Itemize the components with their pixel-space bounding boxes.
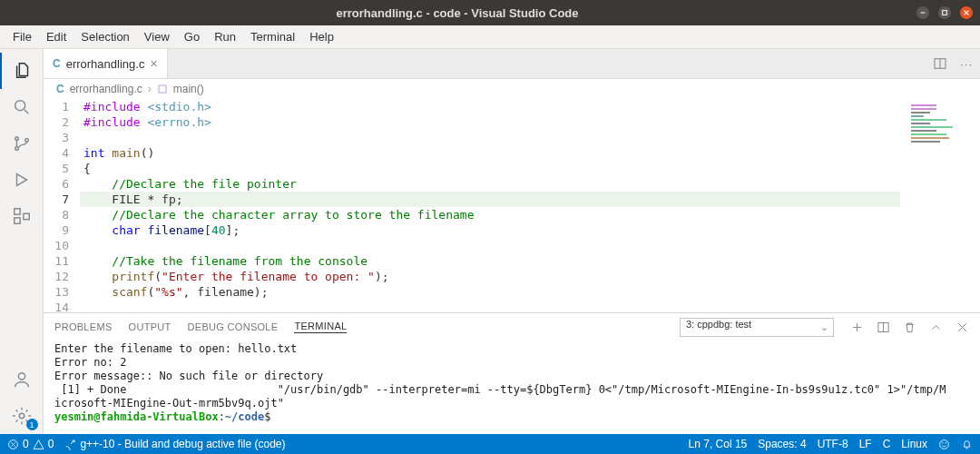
line-number-gutter[interactable]: 1234567891011121314 xyxy=(44,99,80,312)
editor-tab-bar: C errorhandling.c × ··· xyxy=(44,49,980,79)
status-feedback[interactable] xyxy=(938,439,950,450)
code-line[interactable]: //Take the filename from the console xyxy=(80,253,900,269)
code-line[interactable]: printf("Enter the filename to open: "); xyxy=(80,269,900,284)
status-language[interactable]: C xyxy=(883,438,891,450)
code-line[interactable]: { xyxy=(80,161,900,176)
settings-badge: 1 xyxy=(26,419,38,430)
line-number[interactable]: 6 xyxy=(44,176,69,192)
wrench-icon xyxy=(64,439,76,450)
terminal-line: icrosoft-MIEngine-Out-mrm5bv9q.ojt" xyxy=(54,397,969,410)
panel-tab-output[interactable]: OUTPUT xyxy=(129,321,172,332)
line-number[interactable]: 2 xyxy=(44,114,69,130)
line-number[interactable]: 14 xyxy=(44,300,69,312)
code-line[interactable] xyxy=(80,238,900,253)
files-icon xyxy=(13,61,33,81)
editor-tab-errorhandling[interactable]: C errorhandling.c × xyxy=(44,49,168,78)
status-encoding[interactable]: UTF-8 xyxy=(818,438,848,450)
more-actions-icon[interactable]: ··· xyxy=(960,57,973,71)
svg-rect-11 xyxy=(14,218,19,223)
code-line[interactable] xyxy=(80,130,900,145)
menu-help[interactable]: Help xyxy=(302,30,341,44)
svg-point-6 xyxy=(15,137,18,141)
code-line[interactable]: #include <stdio.h> xyxy=(80,99,900,114)
c-file-icon: C xyxy=(56,83,64,95)
minimap[interactable] xyxy=(900,99,980,312)
menu-terminal[interactable]: Terminal xyxy=(243,30,302,44)
line-number[interactable]: 8 xyxy=(44,207,69,222)
line-number[interactable]: 4 xyxy=(44,145,69,161)
line-number[interactable]: 7 xyxy=(44,192,69,207)
svg-point-13 xyxy=(18,373,24,380)
activity-accounts[interactable] xyxy=(0,361,44,398)
close-icon[interactable]: × xyxy=(150,56,157,71)
code-line[interactable]: int main() xyxy=(80,145,900,161)
terminal-line: [1] + Done "/usr/bin/gdb" --interpreter=… xyxy=(54,383,969,397)
code-line[interactable]: char filename[40]; xyxy=(80,222,900,238)
window-close-button[interactable] xyxy=(960,6,973,19)
terminal-line: Error message:: No such file or director… xyxy=(54,370,969,383)
activity-extensions[interactable] xyxy=(0,198,44,234)
panel: PROBLEMS OUTPUT DEBUG CONSOLE TERMINAL 3… xyxy=(44,312,980,434)
status-notifications[interactable] xyxy=(961,439,973,450)
window-titlebar: errorhandling.c - code - Visual Studio C… xyxy=(0,0,980,25)
menu-edit[interactable]: Edit xyxy=(39,30,74,44)
code-line[interactable]: //Declare the file pointer xyxy=(80,176,900,192)
status-os[interactable]: Linux xyxy=(901,438,927,450)
line-number[interactable]: 10 xyxy=(44,238,69,253)
split-terminal-icon[interactable] xyxy=(877,321,890,334)
menu-selection[interactable]: Selection xyxy=(74,30,136,44)
panel-tab-debugconsole[interactable]: DEBUG CONSOLE xyxy=(188,321,279,332)
chevron-down-icon: ⌄ xyxy=(820,321,828,333)
menu-run[interactable]: Run xyxy=(207,30,243,44)
terminal-line: Enter the filename to open: hello.txt xyxy=(54,342,969,356)
split-editor-icon[interactable] xyxy=(933,56,947,71)
code-line[interactable]: FILE * fp; xyxy=(80,192,900,207)
window-minimize-button[interactable] xyxy=(916,6,929,19)
line-number[interactable]: 9 xyxy=(44,222,69,238)
menu-file[interactable]: File xyxy=(5,30,39,44)
line-number[interactable]: 13 xyxy=(44,284,69,300)
svg-rect-17 xyxy=(159,85,166,93)
svg-line-5 xyxy=(24,110,28,114)
new-terminal-icon[interactable] xyxy=(850,321,864,334)
activity-explorer[interactable] xyxy=(0,53,44,89)
line-number[interactable]: 11 xyxy=(44,253,69,269)
status-eol[interactable]: LF xyxy=(859,438,872,450)
breadcrumb[interactable]: C errorhandling.c › main() xyxy=(44,79,980,99)
search-icon xyxy=(12,97,32,117)
line-number[interactable]: 5 xyxy=(44,161,69,176)
window-maximize-button[interactable] xyxy=(938,6,951,19)
line-number[interactable]: 3 xyxy=(44,130,69,145)
panel-tab-problems[interactable]: PROBLEMS xyxy=(54,321,113,332)
activity-source-control[interactable] xyxy=(0,125,44,162)
line-number[interactable]: 12 xyxy=(44,269,69,284)
minimap-thumbnail xyxy=(911,104,975,144)
activity-search[interactable] xyxy=(0,89,44,125)
menu-view[interactable]: View xyxy=(137,30,177,44)
account-icon xyxy=(12,370,32,390)
status-bar: 0 0 g++-10 - Build and debug active file… xyxy=(0,434,980,454)
menu-go[interactable]: Go xyxy=(177,30,207,44)
maximize-panel-icon[interactable] xyxy=(929,321,943,334)
svg-point-30 xyxy=(946,442,946,443)
code-line[interactable]: //Declare the character array to store t… xyxy=(80,207,900,222)
code-line[interactable] xyxy=(80,300,900,312)
code-line[interactable]: #include <errno.h> xyxy=(80,114,900,130)
activity-settings[interactable]: 1 xyxy=(0,398,44,434)
line-number[interactable]: 1 xyxy=(44,99,69,114)
play-bug-icon xyxy=(12,170,32,190)
code-line[interactable]: scanf("%s", filename); xyxy=(80,284,900,300)
window-title: errorhandling.c - code - Visual Studio C… xyxy=(7,6,907,20)
status-indent[interactable]: Spaces: 4 xyxy=(758,438,806,450)
svg-point-29 xyxy=(943,442,944,443)
kill-terminal-icon[interactable] xyxy=(903,321,916,334)
activity-run-debug[interactable] xyxy=(0,162,44,198)
code-editor[interactable]: 1234567891011121314 #include <stdio.h>#i… xyxy=(44,99,900,312)
panel-tab-terminal[interactable]: TERMINAL xyxy=(294,321,347,333)
close-panel-icon[interactable] xyxy=(956,321,969,334)
terminal-output[interactable]: Enter the filename to open: hello.txt Er… xyxy=(44,340,980,434)
terminal-selector[interactable]: 3: cppdbg: test ⌄ xyxy=(680,318,834,337)
status-errors[interactable]: 0 0 xyxy=(7,438,54,450)
status-cursor-position[interactable]: Ln 7, Col 15 xyxy=(689,438,748,450)
status-build-task[interactable]: g++-10 - Build and debug active file (co… xyxy=(64,438,285,450)
